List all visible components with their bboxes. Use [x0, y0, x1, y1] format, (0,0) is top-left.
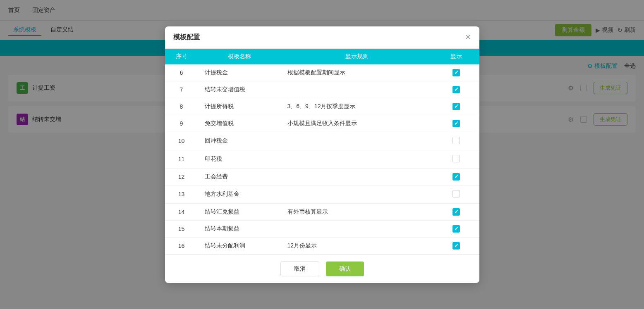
table-row: 7结转未交增值税	[165, 81, 479, 98]
checkbox-unchecked[interactable]	[452, 137, 460, 144]
row-display[interactable]	[433, 132, 479, 150]
table-row: 9免交增值税小规模且满足收入条件显示	[165, 115, 479, 132]
row-rule: 3、6、9、12月按季度显示	[281, 98, 433, 115]
row-name: 结转汇兑损益	[198, 203, 281, 220]
checkbox-checked[interactable]	[452, 208, 460, 216]
row-rule: 小规模且满足收入条件显示	[281, 115, 433, 132]
row-id: 6	[165, 64, 198, 81]
config-table: 序号 模板名称 显示规则 显示 6计提税金根据模板配置期间显示7结转未交增值税8…	[165, 49, 479, 254]
row-rule: 有外币核算显示	[281, 203, 433, 220]
row-display[interactable]	[433, 220, 479, 237]
row-rule	[281, 81, 433, 98]
checkbox-checked[interactable]	[452, 69, 460, 76]
row-name: 计提所得税	[198, 98, 281, 115]
checkbox-checked[interactable]	[452, 173, 460, 181]
modal-title: 模板配置	[173, 33, 200, 42]
row-name: 地方水利基金	[198, 185, 281, 203]
row-id: 13	[165, 185, 198, 203]
row-id: 12	[165, 168, 198, 185]
row-name: 结转未分配利润	[198, 237, 281, 254]
row-id: 11	[165, 150, 198, 168]
table-header-row: 序号 模板名称 显示规则 显示	[165, 49, 479, 64]
row-rule	[281, 220, 433, 237]
checkbox-checked[interactable]	[452, 120, 460, 127]
table-row: 15结转本期损益	[165, 220, 479, 237]
checkbox-unchecked[interactable]	[452, 155, 460, 162]
row-name: 结转本期损益	[198, 220, 281, 237]
row-display[interactable]	[433, 237, 479, 254]
modal-footer: 取消 确认	[165, 254, 479, 283]
table-row: 14结转汇兑损益有外币核算显示	[165, 203, 479, 220]
table-row: 12工会经费	[165, 168, 479, 185]
checkbox-unchecked[interactable]	[452, 190, 460, 197]
row-display[interactable]	[433, 98, 479, 115]
row-display[interactable]	[433, 150, 479, 168]
row-rule: 12月份显示	[281, 237, 433, 254]
row-rule	[281, 132, 433, 150]
table-row: 6计提税金根据模板配置期间显示	[165, 64, 479, 81]
col-header-display: 显示	[433, 49, 479, 64]
table-row: 8计提所得税3、6、9、12月按季度显示	[165, 98, 479, 115]
row-id: 9	[165, 115, 198, 132]
cancel-button[interactable]: 取消	[280, 261, 319, 276]
row-id: 7	[165, 81, 198, 98]
checkbox-checked[interactable]	[452, 103, 460, 110]
row-display[interactable]	[433, 203, 479, 220]
table-body: 6计提税金根据模板配置期间显示7结转未交增值税8计提所得税3、6、9、12月按季…	[165, 64, 479, 254]
row-id: 8	[165, 98, 198, 115]
row-name: 印花税	[198, 150, 281, 168]
row-name: 工会经费	[198, 168, 281, 185]
row-display[interactable]	[433, 168, 479, 185]
row-id: 15	[165, 220, 198, 237]
row-display[interactable]	[433, 81, 479, 98]
modal-header: 模板配置 ✕	[165, 26, 479, 49]
row-id: 10	[165, 132, 198, 150]
row-rule: 根据模板配置期间显示	[281, 64, 433, 81]
row-display[interactable]	[433, 185, 479, 203]
table-row: 10回冲税金	[165, 132, 479, 150]
checkbox-checked[interactable]	[452, 86, 460, 93]
row-rule	[281, 150, 433, 168]
table-row: 11印花税	[165, 150, 479, 168]
row-rule	[281, 168, 433, 185]
checkbox-checked[interactable]	[452, 242, 460, 250]
row-display[interactable]	[433, 115, 479, 132]
row-name: 结转未交增值税	[198, 81, 281, 98]
modal-overlay: 模板配置 ✕ 序号 模板名称 显示规则 显示 6计提税金根据模板配置期间显示7结…	[0, 0, 644, 309]
table-row: 16结转未分配利润12月份显示	[165, 237, 479, 254]
row-name: 免交增值税	[198, 115, 281, 132]
row-name: 计提税金	[198, 64, 281, 81]
col-header-name: 模板名称	[198, 49, 281, 64]
col-header-rule: 显示规则	[281, 49, 433, 64]
checkbox-checked[interactable]	[452, 225, 460, 233]
col-header-id: 序号	[165, 49, 198, 64]
row-id: 16	[165, 237, 198, 254]
row-rule	[281, 185, 433, 203]
row-name: 回冲税金	[198, 132, 281, 150]
row-id: 14	[165, 203, 198, 220]
modal-close-button[interactable]: ✕	[465, 33, 471, 41]
table-row: 13地方水利基金	[165, 185, 479, 203]
row-display[interactable]	[433, 64, 479, 81]
modal-table-container: 序号 模板名称 显示规则 显示 6计提税金根据模板配置期间显示7结转未交增值税8…	[165, 49, 479, 254]
modal-template-config: 模板配置 ✕ 序号 模板名称 显示规则 显示 6计提税金根据模板配置期间显示7结…	[165, 26, 479, 283]
confirm-button[interactable]: 确认	[326, 261, 364, 276]
